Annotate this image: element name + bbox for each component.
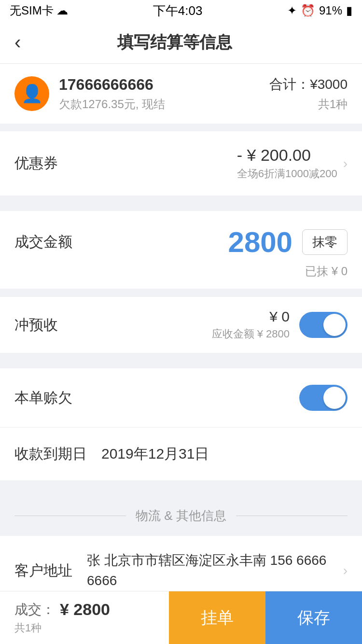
coupon-label: 优惠券 xyxy=(14,154,58,173)
separator-2 xyxy=(0,361,362,368)
divider-line-left xyxy=(14,516,126,516)
precollect-amount: ¥ 0 xyxy=(212,308,290,325)
footer-count: 共1种 xyxy=(14,621,154,635)
precollect-amount-group: ¥ 0 应收金额 ¥ 2800 xyxy=(212,308,290,341)
logistics-label: 物流 & 其他信息 xyxy=(126,507,236,524)
nav-bar: ‹ 填写结算等信息 xyxy=(0,21,362,64)
precollect-row: 冲预收 ¥ 0 应收金额 ¥ 2800 xyxy=(0,296,362,353)
bad-debt-toggle[interactable] xyxy=(299,385,348,411)
deal-sub-label: 已抹 ¥ 0 xyxy=(14,264,348,289)
coupon-description: 全场6折满1000减200 xyxy=(237,167,337,181)
hang-order-button[interactable]: 挂单 xyxy=(169,591,265,644)
location-icon: ✦ xyxy=(287,4,297,17)
page-title: 填写结算等信息 xyxy=(30,31,319,54)
toggle-knob xyxy=(323,314,346,336)
separator-3 xyxy=(0,488,362,496)
alarm-icon: ⏰ xyxy=(301,4,315,17)
deal-amount-value: 2800 xyxy=(228,225,292,259)
logistics-divider: 物流 & 其他信息 xyxy=(0,496,362,536)
divider-line-right xyxy=(236,516,348,516)
customer-phone: 17666666666 xyxy=(59,76,165,94)
precollect-toggle[interactable] xyxy=(299,312,348,338)
coupon-discount: - ¥ 200.00 xyxy=(237,146,337,165)
sim-label: 无SIM卡 ☁ xyxy=(10,3,68,18)
footer: 成交： ¥ 2800 共1种 挂单 保存 xyxy=(0,591,362,644)
deal-amount-label: 成交金额 xyxy=(14,232,72,252)
address-label: 客户地址 xyxy=(14,561,72,581)
customer-total: 合计：¥3000 共1种 xyxy=(269,75,348,112)
status-left: 无SIM卡 ☁ xyxy=(10,3,68,18)
precollect-right: ¥ 0 应收金额 ¥ 2800 xyxy=(212,308,348,341)
customer-row: 👤 17666666666 欠款1276.35元, 现结 合计：¥3000 共1… xyxy=(0,64,362,124)
bad-debt-toggle-knob xyxy=(323,387,346,409)
battery-label: 91% xyxy=(319,4,342,17)
customer-left: 👤 17666666666 欠款1276.35元, 现结 xyxy=(14,76,165,112)
deal-value-group: 2800 抹零 xyxy=(228,225,348,259)
total-count: 共1种 xyxy=(269,97,348,112)
total-amount: 合计：¥3000 xyxy=(269,75,348,94)
footer-deal-label: 成交： xyxy=(14,601,55,619)
round-down-button[interactable]: 抹零 xyxy=(302,229,348,255)
battery-icon: ▮ xyxy=(346,4,352,17)
avatar-icon: 👤 xyxy=(21,84,43,104)
precollect-label: 冲预收 xyxy=(14,315,58,335)
coupon-row[interactable]: 优惠券 - ¥ 200.00 全场6折满1000减200 › xyxy=(0,131,362,196)
address-chevron-icon: › xyxy=(343,563,348,578)
bad-debt-row: 本单赊欠 xyxy=(0,368,362,427)
footer-info: 成交： ¥ 2800 共1种 xyxy=(0,600,169,635)
coupon-right: - ¥ 200.00 全场6折满1000减200 › xyxy=(237,146,348,181)
save-button[interactable]: 保存 xyxy=(265,591,362,644)
chevron-right-icon: › xyxy=(343,156,348,171)
address-value: 张 北京市市辖区海淀区永丰南 156 6666 6666 xyxy=(87,550,343,591)
due-date-row: 收款到期日 2019年12月31日 xyxy=(0,427,362,480)
due-date-value: 2019年12月31日 xyxy=(101,444,209,464)
receivable-label: 应收金额 ¥ 2800 xyxy=(212,327,290,341)
customer-debt: 欠款1276.35元, 现结 xyxy=(59,97,165,112)
separator-1 xyxy=(0,203,362,211)
avatar: 👤 xyxy=(14,76,49,111)
footer-deal: 成交： ¥ 2800 xyxy=(14,600,154,619)
footer-deal-amount: ¥ 2800 xyxy=(60,600,110,619)
due-date-label: 收款到期日 xyxy=(14,444,87,464)
status-time: 下午4:03 xyxy=(153,2,203,19)
customer-info: 17666666666 欠款1276.35元, 现结 xyxy=(59,76,165,112)
status-bar: 无SIM卡 ☁ 下午4:03 ✦ ⏰ 91% ▮ xyxy=(0,0,362,21)
deal-amount-section: 成交金额 2800 抹零 已抹 ¥ 0 xyxy=(0,211,362,289)
status-right: ✦ ⏰ 91% ▮ xyxy=(287,4,352,17)
back-button[interactable]: ‹ xyxy=(14,27,30,58)
bad-debt-label: 本单赊欠 xyxy=(14,388,72,408)
